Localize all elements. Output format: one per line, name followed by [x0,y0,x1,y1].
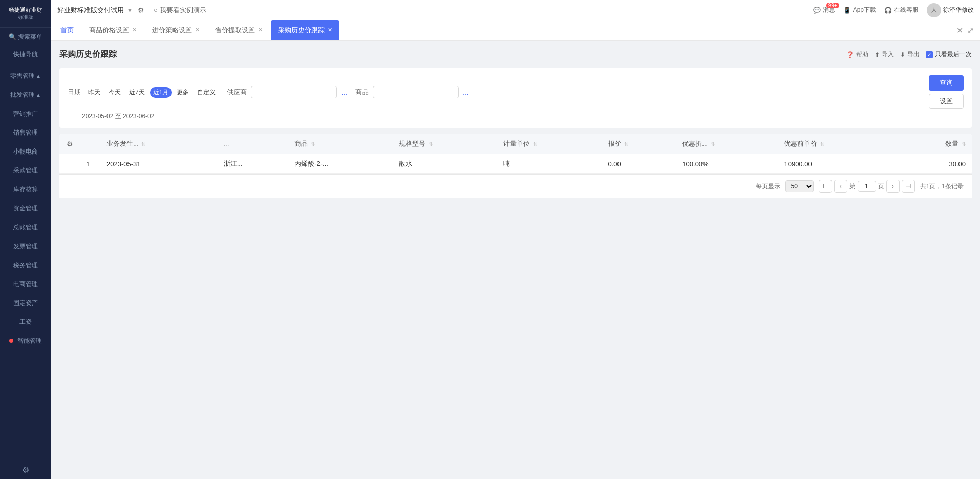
sidebar-logo: 畅捷通好业财 标准版 [0,0,51,28]
row-unit-cell: 吨 [497,154,602,174]
row-settings-cell [59,154,80,174]
sidebar-item-ecommerce[interactable]: 电商管理 [0,275,51,294]
main-area: 好业财标准版交付试用 ▼ ⚙ ○ 我要看实例演示 💬 消息 99+ 📱 App下… [51,0,980,479]
table-body: 1 2023-05-31 浙江... 丙烯酸-2-... 散水 吨 0.00 1… [59,154,972,174]
sidebar-item-inventory[interactable]: 库存核算 [0,180,51,199]
tab-home[interactable]: 首页 [53,20,81,40]
demo-text: 我要看实例演示 [160,6,206,15]
col-unit: 计量单位 ⇅ [497,134,602,154]
app-download-button[interactable]: 📱 App下载 [843,6,876,14]
topbar-right: 💬 消息 99+ 📱 App下载 🎧 在线客服 人 徐泽华修改 [813,3,974,17]
per-page-select[interactable]: 50 100 200 [785,180,814,192]
sidebar-item-smart[interactable]: 智能管理 [0,332,51,351]
page-input[interactable] [858,181,876,192]
tab-strategy[interactable]: 进价策略设置 ✕ [145,20,207,40]
date-opt-more[interactable]: 更多 [174,87,192,98]
tab-price-close-icon[interactable]: ✕ [132,27,137,33]
sidebar-item-retail[interactable]: 零售管理 ▲ [0,67,51,85]
col-discount-pct-sort-icon[interactable]: ⇅ [711,141,715,147]
message-button[interactable]: 💬 消息 99+ [813,6,835,14]
sidebar-divider-1 [0,64,51,64]
goods-dots-icon[interactable]: ... [463,88,469,96]
logo-line1: 畅捷通好业财 [4,6,47,14]
tab-sale-price-close-icon[interactable]: ✕ [258,27,263,33]
page-prev-button[interactable]: ‹ [834,180,847,193]
row-date-cell: 2023-05-31 [100,154,218,174]
row-index-cell: 1 [80,154,100,174]
tab-sale-price[interactable]: 售价提取设置 ✕ [208,20,270,40]
tab-close-all-icon[interactable]: ✕ [956,26,963,35]
only-last-checkbox[interactable]: ✓ 只看最后一次 [926,50,972,59]
page-next-button[interactable]: › [886,180,900,193]
row-quantity-cell: 30.00 [898,154,972,174]
col-supplier: 商品 ⇅ [288,134,393,154]
online-service-button[interactable]: 🎧 在线客服 [884,6,919,14]
pagination-bar: 每页显示 50 100 200 ⊢ ‹ 第 页 › ⊣ 共1页，1条记录 [59,174,972,198]
table-row: 1 2023-05-31 浙江... 丙烯酸-2-... 散水 吨 0.00 1… [59,154,972,174]
sidebar-search[interactable]: 🔍 搜索菜单 [0,28,51,47]
row-discount-price-cell: 10900.00 [778,154,898,174]
import-button[interactable]: ⬆ 导入 [875,50,894,59]
goods-filter-label: 商品 [355,88,369,97]
date-range-display: 2023-05-02 至 2023-06-02 [82,112,964,121]
col-quote-sort-icon[interactable]: ⇅ [624,141,628,147]
goods-filter: 商品 ... [355,86,469,98]
tab-home-label: 首页 [60,26,74,35]
goods-input[interactable] [373,86,459,98]
col-goods-sort-icon[interactable]: ⇅ [429,141,433,147]
service-icon: 🎧 [884,7,892,14]
sidebar-item-ecommerce-small[interactable]: 小畅电商 [0,142,51,161]
supplier-filter: 供应商 ... [227,86,347,98]
filter-row: 日期 昨天 今天 近7天 近1月 更多 自定义 供应商 ... [68,75,964,109]
settings-button[interactable]: 设置 [929,94,964,109]
row-quote-cell: 0.00 [602,154,676,174]
tab-strategy-close-icon[interactable]: ✕ [195,27,200,33]
sidebar-item-wholesale[interactable]: 批发管理 ▲ [0,85,51,104]
col-unit-sort-icon[interactable]: ⇅ [533,141,537,147]
col-quantity-sort-icon[interactable]: ⇅ [962,141,966,147]
date-opt-today[interactable]: 今天 [105,87,124,98]
version-selector[interactable]: 好业财标准版交付试用 ▼ [57,6,133,15]
page-header: 采购历史价跟踪 ❓ 帮助 ⬆ 导入 ⬇ 导出 ✓ 只 [59,49,972,60]
col-settings-icon[interactable]: ⚙ [67,140,73,148]
tab-purchase-history[interactable]: 采购历史价跟踪 ✕ [271,20,339,40]
date-opt-last7[interactable]: 近7天 [126,87,148,98]
date-opt-custom[interactable]: 自定义 [194,87,219,98]
sidebar-item-marketing[interactable]: 营销推广 [0,104,51,123]
page-last-button[interactable]: ⊣ [902,180,915,193]
sidebar-item-tax[interactable]: 税务管理 [0,256,51,275]
tab-purchase-history-close-icon[interactable]: ✕ [328,27,332,33]
smart-dot [9,339,13,343]
export-button[interactable]: ⬇ 导出 [900,50,920,59]
sidebar-item-invoice[interactable]: 发票管理 [0,237,51,256]
sidebar-quick-nav[interactable]: 快捷导航 [0,47,51,62]
page-title: 采购历史价跟踪 [59,49,117,60]
col-supplier-sort-icon[interactable]: ⇅ [311,141,315,147]
col-discount-price-sort-icon[interactable]: ⇅ [820,141,824,147]
col-index [80,134,100,154]
sidebar-settings-button[interactable]: ⚙ [4,465,47,475]
sidebar-item-salary[interactable]: 工资 [0,313,51,332]
sidebar-item-ledger[interactable]: 总账管理 [0,218,51,237]
message-icon: 💬 [813,7,821,14]
tab-price[interactable]: 商品价格设置 ✕ [82,20,144,40]
filter-bar: 日期 昨天 今天 近7天 近1月 更多 自定义 供应商 ... [59,68,972,128]
search-icon: 🔍 [9,33,18,40]
tab-maximize-icon[interactable]: ⤢ [967,26,974,35]
date-opt-last1m[interactable]: 近1月 [150,87,172,98]
demo-link[interactable]: ○ 我要看实例演示 [154,6,206,15]
tab-sale-price-label: 售价提取设置 [215,26,255,35]
supplier-dots-icon[interactable]: ... [341,88,347,96]
sidebar-item-finance[interactable]: 资金管理 [0,199,51,218]
user-profile[interactable]: 人 徐泽华修改 [927,3,974,17]
query-button[interactable]: 查询 [929,75,964,91]
sidebar-item-purchase[interactable]: 采购管理 [0,161,51,180]
supplier-input[interactable] [251,86,337,98]
col-date-sort-icon[interactable]: ⇅ [141,141,145,147]
topbar-gear-icon[interactable]: ⚙ [138,6,144,14]
help-button[interactable]: ❓ 帮助 [846,50,868,59]
page-first-button[interactable]: ⊢ [819,180,832,193]
sidebar-item-sales[interactable]: 销售管理 [0,123,51,142]
date-opt-yesterday[interactable]: 昨天 [85,87,103,98]
sidebar-item-assets[interactable]: 固定资产 [0,294,51,313]
